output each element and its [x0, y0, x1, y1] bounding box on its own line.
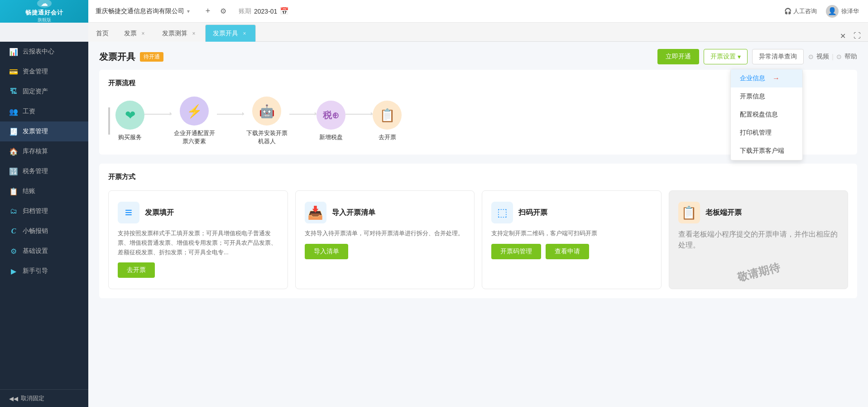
method-card-boss: 📋 老板端开票 查看老板端小程序提交的开票申请，并作出相应的处理。 敬请期待	[669, 190, 849, 289]
method-fill-icon: ≡	[118, 202, 139, 223]
sidebar-item-jichushezhi[interactable]: ⚙ 基础设置	[0, 241, 88, 261]
sidebar-item-yunbao-label: 云报表中心	[23, 48, 54, 56]
sidebar: 📊 云报表中心 💳 资金管理 🏗 固定资产 👥 工资 🧾 发票管理 🏠 库存核算…	[0, 42, 88, 407]
sidebar-item-guidang[interactable]: 🗂 归档管理	[0, 201, 88, 221]
flow-connector-1	[144, 114, 172, 115]
sidebar-item-gudingzichan[interactable]: 🏗 固定资产	[0, 82, 88, 102]
support-label: 人工咨询	[793, 7, 817, 15]
fill-invoice-icon: ≡	[125, 205, 132, 220]
xinshou-icon: ▶	[9, 266, 18, 276]
tab-fapiao-kaiju-close[interactable]: ×	[241, 30, 248, 37]
settings-dropdown-button[interactable]: 开票设置 ▾	[704, 49, 748, 64]
company-selector[interactable]: 重庆畅捷交通信息咨询有限公司 ▾	[88, 7, 197, 15]
sidebar-item-kucun[interactable]: 🏠 库存核算	[0, 141, 88, 161]
logo-area: ☁ 畅捷通好会计 旗舰版	[0, 0, 88, 23]
zijin-icon: 💳	[9, 67, 18, 76]
flow-step-4-icon: 税⊕	[317, 101, 345, 130]
dropdown-company-info[interactable]: 企业信息 →	[731, 69, 802, 87]
flow-left-border	[108, 107, 110, 135]
sidebar-item-xinshou[interactable]: ▶ 新手引导	[0, 261, 88, 281]
tab-fapiao-label: 发票	[124, 29, 137, 38]
dropdown-company-info-label: 企业信息	[740, 74, 765, 82]
headphone-icon: 🎧	[784, 8, 791, 15]
sidebar-item-jiezhang[interactable]: 📋 结账	[0, 181, 88, 201]
view-apply-button[interactable]: 查看申请	[546, 244, 589, 259]
dropdown-tax-disk[interactable]: 配置税盘信息	[731, 106, 802, 124]
flow-step-5-label: 去开票	[379, 133, 396, 141]
sidebar-item-gongzi[interactable]: 👥 工资	[0, 102, 88, 121]
red-arrow-icon: →	[772, 74, 780, 82]
close-window-button[interactable]: ✕	[837, 30, 848, 41]
sidebar-item-kucun-label: 库存核算	[23, 147, 48, 155]
flow-step-5-icon: 📋	[373, 101, 402, 130]
jiezhang-icon: 📋	[9, 187, 18, 196]
sidebar-item-jiezhang-label: 结账	[23, 187, 35, 195]
gudingzichan-icon: 🏗	[9, 87, 18, 96]
activate-button[interactable]: 立即开通	[657, 49, 699, 64]
window-actions: ✕ ⛶	[832, 30, 868, 41]
dropdown-arrow-icon: ▾	[738, 53, 741, 60]
lightning-icon: ⚡	[187, 104, 202, 119]
method-scan-title: 扫码开票	[518, 208, 547, 218]
method-import-desc: 支持导入待开票清单，可对待开票清单进行拆分、合并处理。	[305, 229, 465, 238]
tab-home-label: 首页	[96, 29, 109, 38]
methods-section: 开票方式 ≡ 发票填开 支持按照发票样式手工填开发票；可开具增值税电子普通发票、…	[99, 164, 857, 298]
tab-fapiao-cesuan[interactable]: 发票测算 ×	[154, 24, 205, 42]
tax-icon: 税⊕	[323, 109, 339, 121]
calendar-icon[interactable]: 📅	[280, 7, 289, 15]
sidebar-item-xiaochang[interactable]: C 小畅报销	[0, 221, 88, 241]
sidebar-item-shuiwu[interactable]: 🔢 税务管理	[0, 161, 88, 181]
tab-fapiao[interactable]: 发票 ×	[116, 24, 154, 42]
page-actions: 立即开通 开票设置 ▾ 异常清单查询 ⊙ 视频 | ⊙ 帮助 企业信息	[657, 49, 857, 64]
logo-icon: ☁	[37, 0, 52, 8]
tab-fapiao-kaiju[interactable]: 发票开具 ×	[205, 24, 256, 42]
sidebar-item-fapiao[interactable]: 🧾 发票管理	[0, 121, 88, 141]
qr-manage-button[interactable]: 开票码管理	[491, 244, 541, 259]
flow-step-2-label: 企业开通配置开票六要素	[172, 129, 217, 145]
flow-step-1: ❤ 购买服务	[115, 101, 144, 141]
shuiwu-icon: 🔢	[9, 167, 18, 176]
method-scan-header: ⬚ 扫码开票	[491, 202, 652, 223]
tab-home[interactable]: 首页	[88, 24, 116, 42]
add-tab-button[interactable]: +	[202, 6, 213, 17]
abnormal-list-button[interactable]: 异常清单查询	[752, 49, 804, 64]
sidebar-collapse-button[interactable]: ◀◀ 取消固定	[0, 390, 88, 407]
methods-grid: ≡ 发票填开 支持按照发票样式手工填开发票；可开具增值税电子普通发票、增值税普通…	[108, 190, 848, 289]
method-scan-icon: ⬚	[491, 202, 513, 223]
flow-step-1-icon: ❤	[115, 101, 144, 130]
user-avatar: 👤	[826, 5, 839, 18]
heart-icon: ❤	[125, 108, 135, 123]
tab-bar: 首页 发票 × 发票测算 × 发票开具 × ✕ ⛶	[88, 23, 868, 42]
support-button[interactable]: 🎧 人工咨询	[784, 7, 817, 15]
logo-sub: 旗舰版	[38, 17, 51, 23]
sidebar-item-yunbao[interactable]: 📊 云报表中心	[0, 42, 88, 62]
sidebar-item-gudingzichan-label: 固定资产	[23, 87, 48, 96]
help-label[interactable]: 帮助	[844, 53, 857, 61]
user-area[interactable]: 👤 徐泽华	[826, 5, 859, 18]
flow-step-1-label: 购买服务	[118, 133, 142, 141]
method-boss-header: 📋 老板端开票	[678, 202, 839, 223]
yunbao-icon: 📊	[9, 47, 18, 56]
sidebar-item-zijin[interactable]: 💳 资金管理	[0, 62, 88, 82]
import-list-button[interactable]: 导入清单	[305, 244, 348, 259]
video-label[interactable]: 视频	[816, 53, 829, 61]
sidebar-item-zijin-label: 资金管理	[23, 68, 48, 76]
dropdown-tax-disk-label: 配置税盘信息	[740, 111, 778, 119]
dropdown-download-client[interactable]: 下载开票客户端	[731, 142, 802, 160]
flow-step-4-label: 新增税盘	[319, 133, 343, 141]
gongzi-icon: 👥	[9, 107, 18, 116]
dropdown-invoice-info[interactable]: 开票信息	[731, 87, 802, 106]
maximize-window-button[interactable]: ⛶	[852, 30, 863, 41]
fill-invoice-button[interactable]: 去开票	[118, 262, 155, 278]
tab-fapiao-cesuan-close[interactable]: ×	[190, 30, 197, 37]
method-fill-desc: 支持按照发票样式手工填开发票；可开具增值税电子普通发票、增值税普通发票、增值税专…	[118, 229, 278, 257]
page-header: 发票开具 待开通 立即开通 开票设置 ▾ 异常清单查询 ⊙ 视频 | ⊙ 帮助	[88, 42, 868, 70]
scan-icon: ⬚	[497, 206, 508, 219]
tab-fapiao-close[interactable]: ×	[139, 30, 147, 37]
dropdown-printer[interactable]: 打印机管理	[731, 124, 802, 142]
play-icon: ⊙	[808, 53, 814, 60]
kucun-icon: 🏠	[9, 147, 18, 156]
sidebar-item-xiaochang-label: 小畅报销	[23, 227, 48, 235]
global-settings-icon[interactable]: ⚙	[217, 5, 230, 18]
period-label: 账期	[239, 7, 251, 15]
